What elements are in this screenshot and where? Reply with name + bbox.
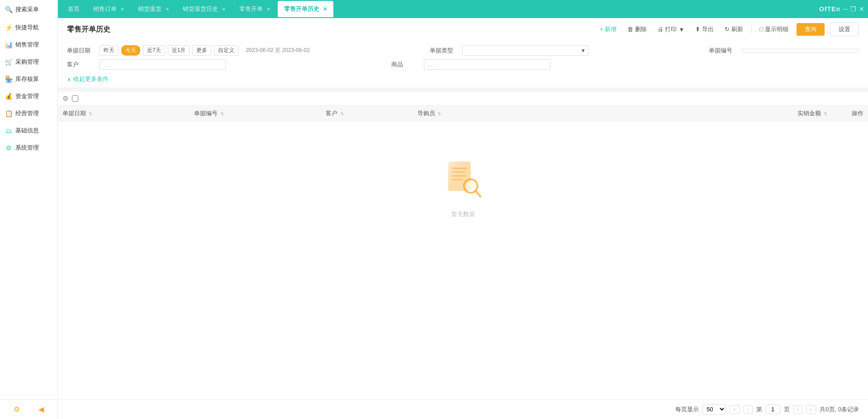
tab-sales-order-close[interactable]: ✕ bbox=[120, 6, 124, 12]
product-label: 商品 bbox=[391, 61, 417, 69]
sort-customer-icon: ⇅ bbox=[340, 111, 344, 116]
sidebar-search[interactable]: 🔍 搜索采单 bbox=[0, 0, 57, 19]
sidebar-item-system[interactable]: ⚙ 系统管理 bbox=[0, 139, 57, 156]
empty-illustration bbox=[441, 158, 486, 203]
settings-button[interactable]: 设置 bbox=[830, 23, 859, 36]
date-btn-more[interactable]: 更多 bbox=[192, 45, 211, 56]
tab-retail-open-history[interactable]: 零售开单历史 ✕ bbox=[278, 1, 333, 17]
sort-salesperson-icon: ⇅ bbox=[437, 111, 441, 116]
sidebar-item-label: 采购管理 bbox=[15, 58, 39, 66]
product-placeholder: ... bbox=[428, 61, 436, 68]
sidebar: 🔍 搜索采单 ⚡ 快捷导航 📊 销售管理 🛒 采购管理 🏪 库存核算 💰 资金管… bbox=[0, 0, 58, 419]
per-page-label: 每页显示 bbox=[675, 405, 699, 414]
brand-name: OfTEn bbox=[819, 5, 840, 13]
svg-rect-1 bbox=[452, 168, 467, 169]
table-header-row: 单据日期 ⇅ 单据编号 ⇅ 客户 ⇅ 导购员 ⇅ bbox=[58, 106, 868, 122]
data-table: 单据日期 ⇅ 单据编号 ⇅ 客户 ⇅ 导购员 ⇅ bbox=[58, 106, 868, 245]
date-btn-1month[interactable]: 近1月 bbox=[168, 45, 190, 56]
export-button[interactable]: ⬆ 导出 bbox=[693, 24, 716, 35]
sidebar-item-inventory[interactable]: 🏪 库存核算 bbox=[0, 71, 57, 88]
collapse-sidebar-icon[interactable]: ◀ bbox=[38, 405, 44, 414]
pagination-last-btn[interactable]: » bbox=[806, 405, 816, 414]
pagination-first-btn[interactable]: « bbox=[730, 405, 740, 414]
sidebar-item-operations[interactable]: 📋 经营管理 bbox=[0, 105, 57, 122]
date-group: 昨天 今天 近7天 近1月 更多 自定义 bbox=[100, 45, 238, 56]
search-icon: 🔍 bbox=[5, 5, 13, 14]
sidebar-item-purchase-mgmt[interactable]: 🛒 采购管理 bbox=[0, 53, 57, 71]
select-all-checkbox[interactable] bbox=[72, 95, 78, 102]
filter-row-date: 单据日期 昨天 今天 近7天 近1月 更多 自定义 2023-06-02 至 2… bbox=[67, 45, 859, 56]
customer-input[interactable]: ... bbox=[100, 59, 226, 70]
close-btn[interactable]: ✕ bbox=[859, 5, 864, 13]
date-btn-custom[interactable]: 自定义 bbox=[214, 45, 238, 56]
date-btn-7days[interactable]: 近7天 bbox=[143, 45, 165, 56]
th-amount[interactable]: 实销金额 ⇅ bbox=[524, 106, 832, 122]
product-input[interactable]: ... bbox=[424, 59, 550, 70]
th-date[interactable]: 单据日期 ⇅ bbox=[58, 106, 190, 122]
finance-icon: 💰 bbox=[5, 92, 13, 100]
th-salesperson[interactable]: 导购员 ⇅ bbox=[413, 106, 525, 122]
tab-retail-open[interactable]: 零售开单 ✕ bbox=[233, 1, 277, 17]
operations-icon: 📋 bbox=[5, 109, 13, 118]
date-label: 单据日期 bbox=[67, 47, 92, 55]
sidebar-item-finance[interactable]: 💰 资金管理 bbox=[0, 88, 57, 105]
print-label: 🖨 打印 bbox=[658, 25, 677, 33]
tab-sales-order[interactable]: 销售订单 ✕ bbox=[87, 1, 131, 17]
add-button[interactable]: + 新增 bbox=[597, 24, 619, 35]
empty-text: 暂无数据 bbox=[451, 210, 475, 218]
svg-rect-2 bbox=[452, 171, 465, 173]
quick-nav-icon: ⚡ bbox=[5, 24, 13, 32]
pagination-next-btn[interactable]: › bbox=[793, 405, 802, 414]
sidebar-search-label: 搜索采单 bbox=[15, 5, 39, 14]
sort-date-icon: ⇅ bbox=[89, 111, 92, 116]
display-detail-button[interactable]: □ 显示明细 bbox=[757, 24, 791, 35]
customer-placeholder: ... bbox=[104, 61, 111, 68]
tab-retail-open-label: 零售开单 bbox=[239, 5, 263, 13]
settings-icon[interactable]: ⚙ bbox=[14, 405, 20, 414]
tab-sales-return-history-label: 销货退货历史 bbox=[183, 5, 218, 13]
sidebar-item-label: 快捷导航 bbox=[15, 24, 39, 32]
restore-btn[interactable]: ❐ bbox=[850, 5, 856, 13]
th-customer[interactable]: 客户 ⇅ bbox=[321, 106, 413, 122]
pagination-prev-btn[interactable]: ‹ bbox=[744, 405, 753, 414]
tab-sales-return[interactable]: 销货退货 ✕ bbox=[132, 1, 175, 17]
per-page-select[interactable]: 50 10 20 100 bbox=[702, 404, 726, 414]
pagination: 每页显示 50 10 20 100 « ‹ 第 1 页 › » 共0页, 0条记… bbox=[58, 399, 868, 419]
sales-icon: 📊 bbox=[5, 41, 13, 49]
sidebar-item-label: 资金管理 bbox=[15, 92, 39, 100]
type-select[interactable]: ▾ bbox=[462, 45, 589, 56]
collapse-arrow-icon: ∧ bbox=[67, 76, 71, 83]
sidebar-item-base-info[interactable]: 🗂 基础信息 bbox=[0, 122, 57, 139]
tab-retail-open-history-close[interactable]: ✕ bbox=[323, 6, 327, 12]
empty-state-row: 暂无数据 bbox=[58, 122, 868, 246]
delete-button[interactable]: 🗑 删除 bbox=[625, 24, 650, 35]
tab-home-label: 首页 bbox=[68, 5, 80, 13]
date-btn-yesterday[interactable]: 昨天 bbox=[100, 45, 119, 56]
print-button[interactable]: 🖨 打印 ▼ bbox=[655, 24, 688, 35]
table-toolbar: ⚙ bbox=[58, 92, 868, 106]
tab-retail-open-close[interactable]: ✕ bbox=[266, 6, 270, 12]
table-settings-icon[interactable]: ⚙ bbox=[62, 94, 68, 103]
th-number[interactable]: 单据编号 ⇅ bbox=[190, 106, 321, 122]
tab-sales-order-label: 销售订单 bbox=[93, 5, 117, 13]
tab-sales-return-history[interactable]: 销货退货历史 ✕ bbox=[176, 1, 232, 17]
sidebar-item-sales-mgmt[interactable]: 📊 销售管理 bbox=[0, 36, 57, 53]
pagination-total: 共0页, 0条记录 bbox=[820, 405, 859, 414]
date-btn-today[interactable]: 今天 bbox=[121, 45, 140, 56]
sidebar-item-quick-nav[interactable]: ⚡ 快捷导航 bbox=[0, 19, 57, 36]
refresh-button[interactable]: ↻ 刷新 bbox=[722, 24, 746, 35]
page-header: 零售开单历史 + 新增 🗑 删除 🖨 打印 ▼ ⬆ 导出 ↻ 刷新 □ 显示明细… bbox=[58, 18, 868, 41]
number-input[interactable] bbox=[741, 49, 859, 52]
query-button[interactable]: 查询 bbox=[797, 23, 825, 36]
table-area: ⚙ 单据日期 ⇅ 单据编号 ⇅ 客户 bbox=[58, 92, 868, 399]
tab-retail-open-history-label: 零售开单历史 bbox=[284, 5, 319, 13]
tab-sales-return-close[interactable]: ✕ bbox=[165, 6, 169, 12]
sidebar-item-label: 系统管理 bbox=[15, 144, 39, 152]
tab-sales-return-history-close[interactable]: ✕ bbox=[222, 6, 226, 12]
collapse-filter-btn[interactable]: ∧ 收起更多条件 bbox=[67, 73, 859, 85]
page-input[interactable]: 1 bbox=[766, 405, 780, 414]
tab-home[interactable]: 首页 bbox=[62, 1, 86, 17]
minimize-btn[interactable]: ─ bbox=[843, 5, 848, 13]
sidebar-bottom: ⚙ ◀ bbox=[0, 399, 57, 419]
page-title-row: 零售开单历史 + 新增 🗑 删除 🖨 打印 ▼ ⬆ 导出 ↻ 刷新 □ 显示明细… bbox=[67, 23, 859, 36]
